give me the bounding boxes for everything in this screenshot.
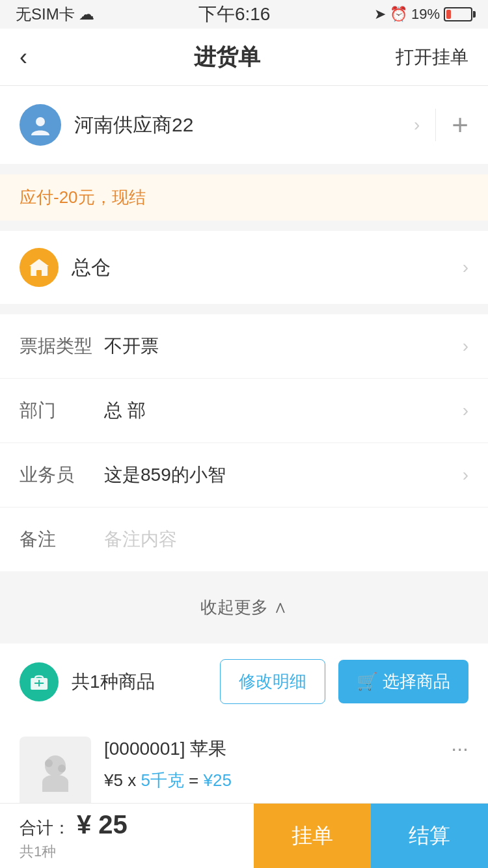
ticket-type-chevron-icon: › [463,336,468,357]
supplier-chevron-icon: › [414,115,420,135]
location-icon: ➤ [374,6,386,23]
add-button[interactable]: + [452,111,468,139]
product-info: [0000001] 苹果 ¥5 x 5千克 = ¥25 [104,737,438,792]
ticket-type-label: 票据类型 [20,334,104,359]
back-button[interactable]: ‹ [20,44,59,71]
remark-row[interactable]: 备注 备注内容 [0,508,488,571]
salesperson-value: 这是859的小智 [104,463,456,487]
salesperson-row[interactable]: 业务员 这是859的小智 › [0,443,488,508]
ticket-type-row[interactable]: 票据类型 不开票 › [0,314,488,379]
bottom-bar: 合计： ¥ 25 共1种 挂单 结算 [0,803,488,868]
department-chevron-icon: › [463,400,468,421]
product-name: [0000001] 苹果 [104,737,438,761]
vertical-divider [435,109,436,141]
open-pending-button[interactable]: 打开挂单 [396,45,468,70]
product-code: [0000001] 苹果 [104,739,226,759]
product-price: ¥5 x 5千克 = ¥25 [104,769,438,792]
pending-button[interactable]: 挂单 [254,804,371,868]
alarm-icon: ⏰ [390,6,407,23]
status-time: 下午6:16 [198,2,271,27]
cart-icon: 🛒 [357,671,377,692]
ticket-type-value: 不开票 [104,334,456,359]
nav-bar: ‹ 进货单 打开挂单 [0,29,488,86]
warehouse-icon [20,248,59,287]
department-label: 部门 [20,398,104,423]
select-product-button[interactable]: 🛒 选择商品 [338,660,468,703]
notice-bar: 应付-20元，现结 [0,174,488,221]
svg-marker-2 [29,259,49,266]
form-section: 票据类型 不开票 › 部门 总 部 › 业务员 这是859的小智 › 备注 备注… [0,314,488,571]
edit-details-button[interactable]: 修改明细 [220,659,325,704]
salesperson-label: 业务员 [20,463,104,487]
total-price: ¥25 [204,770,232,790]
warehouse-row[interactable]: 总仓 › [0,231,488,304]
status-bar: 无SIM卡 ☁ 下午6:16 ➤ ⏰ 19% [0,0,488,29]
total-subtext: 共1种 [20,842,234,861]
svg-point-0 [36,117,45,126]
salesperson-chevron-icon: › [463,465,468,485]
quantity: 5千克 [141,770,183,790]
status-right: ➤ ⏰ 19% [374,6,472,23]
svg-point-8 [45,759,53,767]
settle-button[interactable]: 结算 [371,804,488,868]
equals-sign: = [189,770,203,790]
department-value: 总 部 [104,398,456,423]
department-row[interactable]: 部门 总 部 › [0,379,488,443]
unit-price: ¥5 x [104,770,141,790]
remark-label: 备注 [20,527,104,552]
total-label: 合计： [20,817,70,839]
supplier-section: 河南供应商22 › + [0,86,488,164]
battery-percent: 19% [411,6,440,23]
products-icon [20,662,59,701]
warehouse-name: 总仓 [72,254,463,281]
products-section: 共1种商品 修改明细 🛒 选择商品 营+ [0000001] 苹果 ¥5 x 5… [0,644,488,824]
svg-point-9 [58,765,66,772]
warehouse-chevron-icon: › [463,257,468,278]
svg-rect-3 [36,270,42,276]
product-more-button[interactable]: ··· [451,737,468,761]
status-left: 无SIM卡 ☁ [16,4,94,25]
supplier-avatar [20,104,61,146]
products-count: 共1种商品 [72,670,207,694]
supplier-row[interactable]: 河南供应商22 › + [0,86,488,164]
sim-status: 无SIM卡 ☁ [16,4,94,25]
products-header: 共1种商品 修改明细 🛒 选择商品 [0,644,488,720]
select-product-label: 选择商品 [383,670,450,693]
product-thumbnail: 营+ [20,737,91,808]
battery-fill [446,10,451,19]
total-line: 合计： ¥ 25 [20,810,234,839]
battery-icon [444,7,472,21]
page-title: 进货单 [194,42,260,72]
total-amount: ¥ 25 [77,810,128,839]
total-section: 合计： ¥ 25 共1种 [0,804,254,868]
remark-placeholder: 备注内容 [104,527,468,552]
collapse-bar[interactable]: 收起更多 ∧ [0,582,488,633]
svg-text:营+: 营+ [50,785,61,792]
supplier-name: 河南供应商22 [74,112,414,139]
